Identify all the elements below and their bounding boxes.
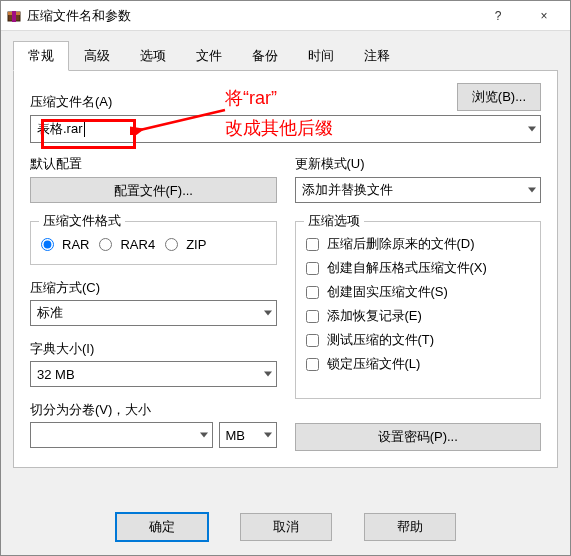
chevron-down-icon[interactable] [264,372,272,377]
archive-format-legend: 压缩文件格式 [39,212,125,230]
opt-solid[interactable]: 创建固实压缩文件(S) [306,280,531,304]
archive-options-group: 压缩选项 压缩后删除原来的文件(D) 创建自解压格式压缩文件(X) 创建固实压缩… [295,221,542,399]
tab-options[interactable]: 选项 [125,41,181,71]
help-footer-button[interactable]: 帮助 [364,513,456,541]
svg-rect-2 [12,11,16,22]
split-size-input[interactable] [30,422,213,448]
tab-general[interactable]: 常规 [13,41,69,71]
tab-strip: 常规 高级 选项 文件 备份 时间 注释 [13,41,558,71]
tab-backup[interactable]: 备份 [237,41,293,71]
split-unit-select[interactable]: MB [219,422,277,448]
chevron-down-icon[interactable] [264,311,272,316]
tab-comment[interactable]: 注释 [349,41,405,71]
archive-format-group: 压缩文件格式 RAR RAR4 ZIP [30,221,277,265]
opt-delete-after[interactable]: 压缩后删除原来的文件(D) [306,232,531,256]
help-button[interactable]: ? [478,2,518,30]
dialog-footer: 确定 取消 帮助 [1,503,570,555]
dialog-window: 压缩文件名和参数 ? × 常规 高级 选项 文件 备份 时间 注释 压缩文件名(… [0,0,571,556]
opt-lock[interactable]: 锁定压缩文件(L) [306,352,531,376]
tab-advanced[interactable]: 高级 [69,41,125,71]
archive-name-input[interactable]: 表格.rar [30,115,541,143]
tab-files[interactable]: 文件 [181,41,237,71]
update-mode-label: 更新模式(U) [295,155,542,173]
compression-method-label: 压缩方式(C) [30,280,100,295]
browse-button[interactable]: 浏览(B)... [457,83,541,111]
general-panel: 压缩文件名(A) 浏览(B)... 表格.rar 默认配置 配置文件(F)...… [13,70,558,468]
format-rar-radio[interactable]: RAR [41,232,89,256]
close-button[interactable]: × [524,2,564,30]
archive-options-legend: 压缩选项 [304,212,364,230]
profiles-button[interactable]: 配置文件(F)... [30,177,277,203]
opt-self-extract[interactable]: 创建自解压格式压缩文件(X) [306,256,531,280]
chevron-down-icon[interactable] [264,433,272,438]
archive-name-label: 压缩文件名(A) [30,93,112,111]
content-area: 常规 高级 选项 文件 备份 时间 注释 压缩文件名(A) 浏览(B)... 表… [1,31,570,503]
chevron-down-icon[interactable] [528,188,536,193]
opt-test[interactable]: 测试压缩的文件(T) [306,328,531,352]
format-zip-radio[interactable]: ZIP [165,232,206,256]
ok-button[interactable]: 确定 [116,513,208,541]
dict-size-label: 字典大小(I) [30,341,94,356]
opt-recovery[interactable]: 添加恢复记录(E) [306,304,531,328]
set-password-button[interactable]: 设置密码(P)... [295,423,542,451]
compression-method-select[interactable]: 标准 [30,300,277,326]
format-rar4-radio[interactable]: RAR4 [99,232,155,256]
dict-size-select[interactable]: 32 MB [30,361,277,387]
app-icon [7,9,21,23]
tab-time[interactable]: 时间 [293,41,349,71]
split-volumes-label: 切分为分卷(V)，大小 [30,402,151,417]
window-title: 压缩文件名和参数 [27,7,472,25]
chevron-down-icon[interactable] [200,433,208,438]
update-mode-select[interactable]: 添加并替换文件 [295,177,542,203]
default-profile-label: 默认配置 [30,155,277,173]
titlebar: 压缩文件名和参数 ? × [1,1,570,31]
text-caret [84,122,85,137]
cancel-button[interactable]: 取消 [240,513,332,541]
chevron-down-icon[interactable] [528,127,536,132]
